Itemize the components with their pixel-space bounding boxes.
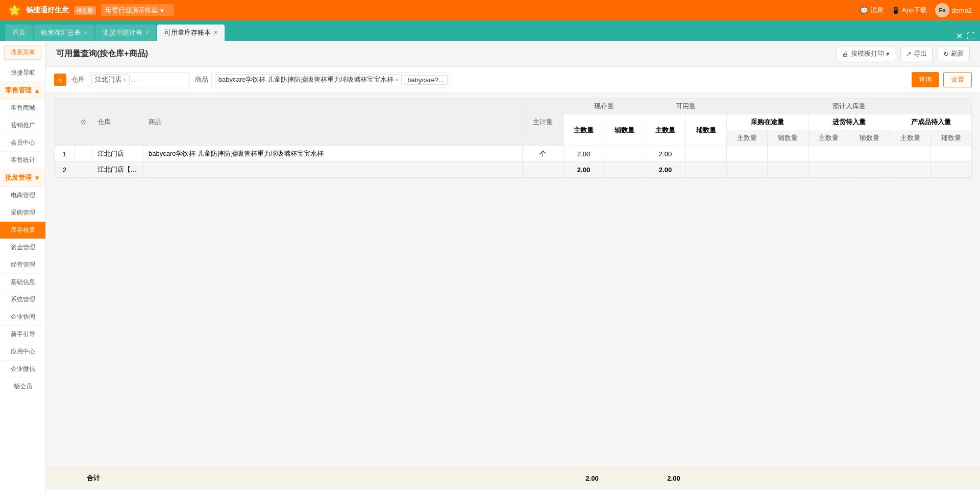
settings-btn[interactable]: 设置 <box>943 72 972 87</box>
total-available-aux <box>694 470 735 486</box>
sidebar-item-purchase[interactable]: 采购管理 <box>0 204 45 222</box>
cell-available-main-2: 2.00 <box>645 162 686 178</box>
th-incoming-aux: 辅数量 <box>849 130 890 146</box>
th-forecast-group: 预计入库量 <box>727 99 972 114</box>
th-incoming-group: 进货待入量 <box>808 114 890 130</box>
total-incoming-main <box>817 470 857 486</box>
sidebar-item-newbie[interactable]: 新手引导 <box>0 326 45 343</box>
horizontal-scroll-area[interactable] <box>46 489 980 496</box>
product-filter-group: 商品 babycare学饮杯 儿童防摔防撞吸管杯重力球吸嘴杯宝宝水杯 × bab… <box>195 72 451 87</box>
logo-text: 畅捷通好生意 <box>26 6 69 15</box>
total-production-aux <box>939 470 980 486</box>
top-bar-right: 💬 消息 📱 App下载 Ea demo2 <box>860 3 972 17</box>
tab-order-stats[interactable]: 要货单统计表 × <box>95 25 156 41</box>
query-btn[interactable]: 查询 <box>912 72 939 87</box>
sidebar-item-retail-stats[interactable]: 零售统计 <box>0 152 45 169</box>
total-spacer-1 <box>46 470 66 486</box>
table-row: 2 江北门店【... 2.00 2.00 <box>55 162 972 178</box>
data-table: ⚙ 仓库 商品 主计量 现存量 可用量 预计入库量 主数量 辅数量 主数量 辅数… <box>54 98 972 178</box>
sidebar-item-inventory[interactable]: 库存核算 <box>0 222 45 239</box>
total-incoming-aux <box>857 470 898 486</box>
chevron-up-icon: ▲ <box>34 87 40 95</box>
sidebar-item-ecommerce[interactable]: 电商管理 <box>0 187 45 204</box>
filter-bar: » 仓库 江北门店 × ... 商品 babycare学饮杯 儿童防摔防撞吸管杯… <box>46 67 980 93</box>
search-menu-btn[interactable]: 搜索菜单 <box>4 45 41 60</box>
th-production-group: 产成品待入量 <box>890 114 972 130</box>
sidebar-section-retail[interactable]: 零售管理 ▲ <box>0 82 45 100</box>
gear-icon[interactable]: ⚙ <box>80 118 87 126</box>
message-icon: 💬 <box>860 7 868 14</box>
export-btn[interactable]: ↗ 导出 <box>900 46 933 61</box>
top-bar: 🌟 畅捷通好生意 标准版 母婴行业演示账套 ▾ 💬 消息 📱 App下载 Ea … <box>0 0 980 20</box>
refresh-btn[interactable]: ↻ 刷新 <box>938 46 970 61</box>
cell-stock-aux-2 <box>604 162 645 178</box>
tab-available-inventory[interactable]: 可用量库存账本 × <box>157 25 225 41</box>
filter-expand-btn[interactable]: » <box>54 74 66 86</box>
avatar: Ea <box>935 3 949 17</box>
product-tag-1-close[interactable]: × <box>395 77 398 83</box>
print-btn[interactable]: 🖨 按模板打印 ▾ <box>837 46 895 61</box>
total-label: 合计 <box>82 470 133 486</box>
sidebar-item-enterprise[interactable]: 企业协同 <box>0 309 45 326</box>
tab-available-inventory-label: 可用量库存账本 <box>164 28 211 37</box>
warehouse-tag-close[interactable]: × <box>123 77 126 83</box>
bottom-total-bar: 合计 2.00 2.00 <box>46 467 980 489</box>
warehouse-tag-1: 江北门店 × <box>91 74 130 85</box>
cell-purchase-main-2 <box>727 162 768 178</box>
sidebar-item-appstore[interactable]: 应用中心 <box>0 343 45 361</box>
th-warehouse: 仓库 <box>92 99 143 146</box>
sidebar-item-member[interactable]: 会员中心 <box>0 134 45 152</box>
sidebar-item-quick-nav[interactable]: 快捷导航 <box>0 64 45 82</box>
product-tag-2: babycare?... <box>404 75 448 85</box>
tab-receive-summary-close[interactable]: × <box>84 29 87 36</box>
user-menu[interactable]: Ea demo2 <box>935 3 972 17</box>
cell-stock-main-2: 2.00 <box>564 162 604 178</box>
industry-selector[interactable]: 母婴行业演示账套 ▾ <box>101 4 174 16</box>
warehouse-filter-group: 仓库 江北门店 × ... <box>71 72 190 87</box>
sidebar: 搜索菜单 快捷导航 零售管理 ▲ 零售商城 营销推广 会员中心 零售统计 批发管… <box>0 41 46 496</box>
th-purchase-main: 主数量 <box>727 130 768 146</box>
cell-gear-2 <box>75 162 92 178</box>
print-icon: 🖨 <box>842 50 849 58</box>
app-download-btn[interactable]: 📱 App下载 <box>892 6 927 15</box>
mobile-icon: 📱 <box>892 7 900 14</box>
total-table: 合计 2.00 2.00 <box>46 470 980 486</box>
sidebar-item-vip[interactable]: 畅会员 <box>0 378 45 395</box>
sidebar-item-retail-shop[interactable]: 零售商城 <box>0 100 45 117</box>
th-stock-aux: 辅数量 <box>604 114 645 146</box>
cell-stock-aux-1 <box>604 146 645 162</box>
close-window-icon[interactable]: ✕ <box>956 31 963 41</box>
sidebar-item-system[interactable]: 系统管理 <box>0 291 45 309</box>
print-chevron: ▾ <box>886 50 890 58</box>
th-product: 商品 <box>143 99 523 146</box>
version-badge: 标准版 <box>74 6 96 15</box>
total-spacer-2 <box>66 470 82 486</box>
message-btn[interactable]: 💬 消息 <box>860 6 884 15</box>
chevron-down-icon: ▾ <box>160 7 164 14</box>
cell-production-main-2 <box>890 162 931 178</box>
warehouse-more[interactable]: ... <box>132 76 137 83</box>
refresh-icon: ↻ <box>943 50 949 58</box>
total-purchase-main <box>735 470 776 486</box>
tab-order-stats-close[interactable]: × <box>145 29 149 36</box>
tab-receive-summary[interactable]: 收发存汇总表 × <box>34 25 94 41</box>
th-production-aux: 辅数量 <box>931 130 972 146</box>
sidebar-item-basic[interactable]: 基础信息 <box>0 274 45 291</box>
sidebar-item-operations[interactable]: 经营管理 <box>0 256 45 274</box>
cell-production-main-1 <box>890 146 931 162</box>
total-available-main: 2.00 <box>653 470 694 486</box>
sidebar-item-marketing[interactable]: 营销推广 <box>0 117 45 134</box>
sidebar-item-finance[interactable]: 资金管理 <box>0 239 45 256</box>
warehouse-filter-tags[interactable]: 江北门店 × ... <box>88 72 190 87</box>
main-layout: 搜索菜单 快捷导航 零售管理 ▲ 零售商城 营销推广 会员中心 零售统计 批发管… <box>0 41 980 496</box>
table-row: 1 江北门店 babycare学饮杯 儿童防摔防撞吸管杯重力球吸嘴杯宝宝水杯 个… <box>55 146 972 162</box>
tab-available-inventory-close[interactable]: × <box>214 29 217 36</box>
product-filter-tags[interactable]: babycare学饮杯 儿童防摔防撞吸管杯重力球吸嘴杯宝宝水杯 × babyca… <box>211 72 451 87</box>
page-actions: 🖨 按模板打印 ▾ ↗ 导出 ↻ 刷新 <box>837 46 970 61</box>
sidebar-item-wechat[interactable]: 企业微信 <box>0 361 45 378</box>
sidebar-section-wholesale[interactable]: 批发管理 ▼ <box>0 169 45 187</box>
tab-home-label: 首页 <box>12 28 26 37</box>
th-purchase-group: 采购在途量 <box>727 114 808 130</box>
expand-icon[interactable]: ⛶ <box>967 32 975 41</box>
tab-home[interactable]: 首页 <box>5 25 33 41</box>
